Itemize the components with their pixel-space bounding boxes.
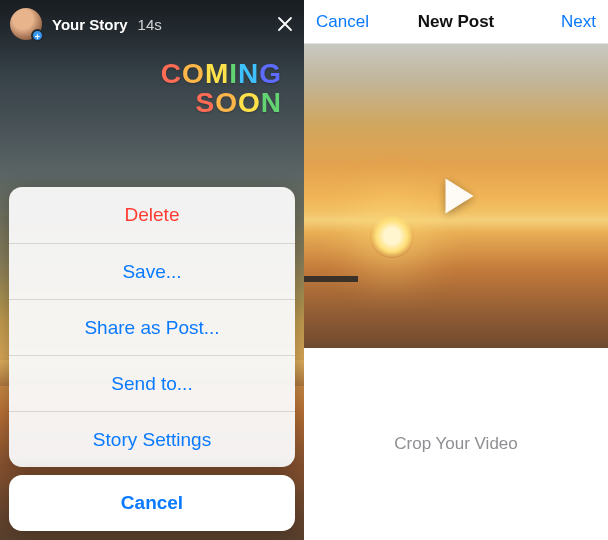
sticker-line2: SOON [161, 89, 282, 118]
video-preview[interactable] [304, 44, 608, 348]
crop-hint-text: Crop Your Video [394, 434, 518, 454]
action-sheet-group: Delete Save... Share as Post... Send to.… [9, 187, 295, 467]
pier-silhouette [304, 276, 358, 282]
sheet-cancel-button[interactable]: Cancel [9, 475, 295, 531]
sun-highlight [370, 214, 414, 258]
close-button[interactable] [276, 15, 294, 33]
story-timestamp: 14s [138, 16, 162, 33]
sheet-item-delete[interactable]: Delete [9, 187, 295, 243]
action-sheet: Delete Save... Share as Post... Send to.… [9, 187, 295, 531]
play-button[interactable] [428, 168, 484, 224]
sheet-item-send-to[interactable]: Send to... [9, 355, 295, 411]
nav-cancel-button[interactable]: Cancel [316, 12, 376, 32]
nav-title: New Post [418, 12, 495, 32]
sheet-item-save[interactable]: Save... [9, 243, 295, 299]
nav-next-button[interactable]: Next [536, 12, 596, 32]
story-viewer: + Your Story 14s COMING SOON Delete Save… [0, 0, 304, 540]
coming-soon-sticker: COMING SOON [161, 60, 282, 117]
close-icon [276, 15, 294, 33]
story-title: Your Story [52, 16, 128, 33]
new-post-screen: Cancel New Post Next Crop Your Video [304, 0, 608, 540]
sheet-item-story-settings[interactable]: Story Settings [9, 411, 295, 467]
add-story-badge: + [31, 29, 44, 42]
play-icon [428, 168, 484, 224]
avatar[interactable]: + [10, 8, 42, 40]
sticker-line1: COMING [161, 60, 282, 89]
story-header: + Your Story 14s [10, 8, 294, 40]
sheet-item-share-as-post[interactable]: Share as Post... [9, 299, 295, 355]
crop-hint-area[interactable]: Crop Your Video [304, 348, 608, 540]
nav-bar: Cancel New Post Next [304, 0, 608, 44]
